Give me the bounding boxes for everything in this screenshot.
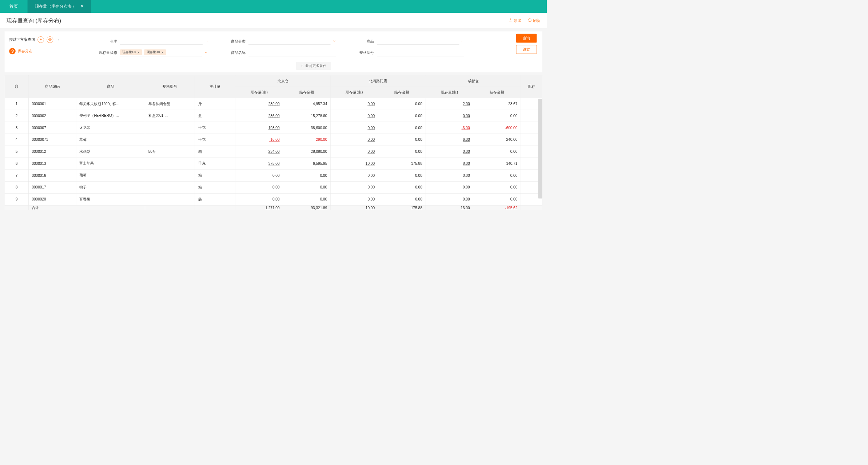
th-spec[interactable]: 规格型号 bbox=[145, 76, 195, 98]
status-dropdown-button[interactable] bbox=[204, 51, 208, 55]
qty-warehouse-1[interactable]: -16.00 bbox=[235, 134, 283, 146]
qty-link[interactable]: 6.00 bbox=[463, 138, 470, 142]
spec-input[interactable] bbox=[377, 49, 465, 56]
close-icon[interactable]: ✕ bbox=[161, 51, 164, 54]
scrollbar[interactable] bbox=[538, 99, 542, 199]
qty-warehouse-3[interactable]: 6.00 bbox=[426, 134, 473, 146]
qty-link[interactable]: 239.00 bbox=[268, 102, 280, 106]
scheme-item-inventory-distribution[interactable]: 库存分布 bbox=[9, 48, 80, 55]
warehouse-picker-button[interactable]: ⋯ bbox=[204, 39, 208, 43]
tab-home[interactable]: 首页 bbox=[0, 0, 28, 13]
scheme-settings-button[interactable] bbox=[47, 36, 53, 43]
qty-link[interactable]: 0.00 bbox=[463, 114, 470, 118]
qty-link[interactable]: 0.00 bbox=[367, 150, 375, 154]
close-icon[interactable]: ✕ bbox=[80, 4, 84, 9]
qty-link[interactable]: -16.00 bbox=[269, 138, 280, 142]
th-name[interactable]: 商品 bbox=[76, 76, 145, 98]
qty-link[interactable]: 0.00 bbox=[367, 174, 375, 178]
category-dropdown-button[interactable] bbox=[333, 39, 336, 43]
qty-link[interactable]: 0.00 bbox=[463, 185, 470, 189]
qty-link[interactable]: 10.00 bbox=[366, 162, 375, 166]
table-row[interactable]: 60000013富士苹果千克375.006,595.9510.00175.888… bbox=[5, 158, 542, 170]
add-scheme-button[interactable] bbox=[37, 36, 44, 43]
qty-link[interactable]: 0.00 bbox=[367, 197, 375, 201]
status-chip-gt0[interactable]: 现存量>0✕ bbox=[120, 49, 142, 55]
qty-link[interactable]: -3.00 bbox=[462, 126, 470, 130]
th-qty-3[interactable]: 现存量(主) bbox=[426, 87, 473, 98]
qty-warehouse-1[interactable]: 0.00 bbox=[235, 182, 283, 194]
th-group-2[interactable]: 北清路门店 bbox=[330, 76, 425, 87]
product-input[interactable] bbox=[377, 38, 459, 45]
category-input[interactable] bbox=[248, 38, 331, 45]
table-row[interactable]: 10000001华美华夫软饼1200g 糕...早餐休闲食品斤239.004,9… bbox=[5, 98, 542, 110]
query-button[interactable]: 查询 bbox=[516, 34, 537, 43]
qty-link[interactable]: 0.00 bbox=[272, 197, 280, 201]
table-row[interactable]: 20000002费列罗（FERRERO）...礼盒装01-...盒236.001… bbox=[5, 110, 542, 122]
product-name-input[interactable] bbox=[248, 49, 336, 56]
qty-warehouse-2[interactable]: 0.00 bbox=[330, 182, 378, 194]
qty-warehouse-1[interactable]: 193.00 bbox=[235, 122, 283, 134]
table-row[interactable]: 50000012水晶梨50斤箱234.0028,080.000.000.000.… bbox=[5, 146, 542, 158]
table-row[interactable]: 400000071草莓千克-16.00-290.000.000.006.0024… bbox=[5, 134, 542, 146]
qty-warehouse-2[interactable]: 0.00 bbox=[330, 170, 378, 182]
refresh-button[interactable]: 刷新 bbox=[527, 18, 540, 23]
close-icon[interactable]: ✕ bbox=[137, 51, 140, 54]
th-amt-1[interactable]: 结存金额 bbox=[283, 87, 331, 98]
th-group-3[interactable]: 成都仓 bbox=[426, 76, 521, 87]
qty-warehouse-1[interactable]: 234.00 bbox=[235, 146, 283, 158]
qty-link[interactable]: 0.00 bbox=[272, 174, 280, 178]
qty-link[interactable]: 0.00 bbox=[367, 102, 375, 106]
qty-link[interactable]: 236.00 bbox=[268, 114, 280, 118]
qty-warehouse-2[interactable]: 0.00 bbox=[330, 146, 378, 158]
export-button[interactable]: 导出 bbox=[508, 18, 521, 23]
qty-link[interactable]: 0.00 bbox=[463, 150, 470, 154]
qty-warehouse-3[interactable]: -3.00 bbox=[426, 122, 473, 134]
qty-warehouse-3[interactable]: 0.00 bbox=[426, 193, 473, 205]
qty-link[interactable]: 0.00 bbox=[367, 138, 375, 142]
qty-warehouse-2[interactable]: 10.00 bbox=[330, 158, 378, 170]
qty-link[interactable]: 0.00 bbox=[367, 126, 375, 130]
tab-inventory-distribution[interactable]: 现存量（库存分布表） ✕ bbox=[28, 0, 91, 13]
collapse-sidebar-button[interactable]: « bbox=[56, 36, 61, 43]
settings-button[interactable]: 设置 bbox=[516, 45, 537, 54]
qty-link[interactable]: 0.00 bbox=[367, 114, 375, 118]
qty-warehouse-2[interactable]: 0.00 bbox=[330, 193, 378, 205]
toggle-more-filters-button[interactable]: 收起更多条件 bbox=[296, 62, 331, 70]
status-chip-lt0[interactable]: 现存量<0✕ bbox=[144, 49, 166, 55]
th-amt-2[interactable]: 结存金额 bbox=[378, 87, 426, 98]
column-settings-button[interactable] bbox=[5, 76, 28, 98]
qty-warehouse-3[interactable]: 0.00 bbox=[426, 170, 473, 182]
qty-warehouse-2[interactable]: 0.00 bbox=[330, 98, 378, 110]
qty-warehouse-2[interactable]: 0.00 bbox=[330, 110, 378, 122]
qty-warehouse-1[interactable]: 236.00 bbox=[235, 110, 283, 122]
warehouse-input[interactable] bbox=[120, 38, 203, 45]
qty-link[interactable]: 0.00 bbox=[463, 197, 470, 201]
th-qty-1[interactable]: 现存量(主) bbox=[235, 87, 283, 98]
qty-link[interactable]: 234.00 bbox=[268, 150, 280, 154]
qty-warehouse-1[interactable]: 375.00 bbox=[235, 158, 283, 170]
qty-warehouse-1[interactable]: 239.00 bbox=[235, 98, 283, 110]
qty-link[interactable]: 0.00 bbox=[367, 185, 375, 189]
qty-link[interactable]: 193.00 bbox=[268, 126, 280, 130]
th-amt-3[interactable]: 结存金额 bbox=[473, 87, 521, 98]
qty-link[interactable]: 375.00 bbox=[268, 162, 280, 166]
table-row[interactable]: 80000017桃子箱0.000.000.000.000.000.00 bbox=[5, 182, 542, 194]
th-group-1[interactable]: 北京仓 bbox=[235, 76, 330, 87]
th-code[interactable]: 商品编码 bbox=[28, 76, 76, 98]
qty-warehouse-3[interactable]: 0.00 bbox=[426, 110, 473, 122]
table-row[interactable]: 70000016葡萄箱0.000.000.000.000.000.00 bbox=[5, 170, 542, 182]
table-row[interactable]: 30000007火龙果千克193.0038,600.000.000.00-3.0… bbox=[5, 122, 542, 134]
qty-link[interactable]: 0.00 bbox=[272, 185, 280, 189]
qty-warehouse-3[interactable]: 0.00 bbox=[426, 182, 473, 194]
qty-warehouse-2[interactable]: 0.00 bbox=[330, 122, 378, 134]
qty-warehouse-2[interactable]: 0.00 bbox=[330, 134, 378, 146]
th-extra[interactable]: 现存 bbox=[521, 76, 542, 98]
table-row[interactable]: 90000020百香果袋0.000.000.000.000.000.00 bbox=[5, 193, 542, 205]
product-picker-button[interactable]: ⋯ bbox=[461, 39, 465, 43]
qty-link[interactable]: 2.00 bbox=[463, 102, 470, 106]
th-unit[interactable]: 主计量 bbox=[195, 76, 235, 98]
qty-warehouse-3[interactable]: 8.00 bbox=[426, 158, 473, 170]
th-qty-2[interactable]: 现存量(主) bbox=[330, 87, 378, 98]
qty-link[interactable]: 0.00 bbox=[463, 174, 470, 178]
qty-warehouse-1[interactable]: 0.00 bbox=[235, 193, 283, 205]
